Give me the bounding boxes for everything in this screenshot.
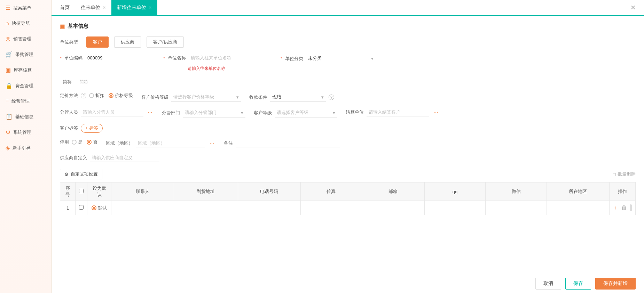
- name-input[interactable]: [189, 54, 272, 62]
- dept-select[interactable]: 请输入分管部门 ▾: [183, 108, 245, 117]
- inventory-icon: ▣: [6, 67, 11, 73]
- code-input[interactable]: [85, 54, 155, 62]
- category-select[interactable]: 未分类 ▾: [306, 54, 376, 63]
- pricing-discount-label: 折扣: [95, 92, 104, 99]
- category-label: 单位分类: [285, 56, 303, 62]
- code-label: 单位编码: [64, 55, 83, 61]
- sidebar-item-quick-nav[interactable]: ⌂ 快捷导航: [0, 16, 51, 31]
- add-tag-btn[interactable]: + 标签: [81, 124, 103, 133]
- sidebar-item-guide[interactable]: ◈ 新手引导: [0, 140, 51, 156]
- sidebar-item-finance-label: 资金管理: [15, 83, 33, 89]
- contact-input[interactable]: [115, 204, 170, 212]
- tab-new-transaction-close[interactable]: ✕: [148, 5, 152, 10]
- unit-type-supplier-btn[interactable]: 供应商: [114, 36, 141, 48]
- td-contact[interactable]: [111, 201, 174, 215]
- cancel-button[interactable]: 取消: [535, 278, 561, 290]
- region-more-btn[interactable]: ···: [208, 140, 215, 146]
- row-checkbox[interactable]: [79, 205, 84, 210]
- tab-home-label: 首页: [60, 5, 70, 11]
- sidebar-item-purchase[interactable]: 🛒 采购管理: [0, 47, 51, 62]
- td-wechat[interactable]: [486, 201, 547, 215]
- td-checkbox[interactable]: [76, 201, 87, 215]
- td-email[interactable]: [362, 201, 424, 215]
- save-button[interactable]: 保存: [565, 278, 591, 290]
- manager-field: 分管人员 ···: [60, 108, 154, 116]
- finance-icon: 🔒: [6, 82, 13, 89]
- scrollbar[interactable]: [630, 204, 632, 211]
- customer-level-arrow-icon: ▾: [333, 110, 335, 115]
- wechat-input[interactable]: [489, 204, 543, 212]
- dept-arrow-icon: ▾: [241, 110, 243, 115]
- pricing-price-level-option[interactable]: 价格等级: [109, 92, 133, 99]
- sidebar-item-sales[interactable]: ◎ 销售管理: [0, 31, 51, 47]
- td-fax[interactable]: [300, 201, 362, 215]
- window-close-button[interactable]: ✕: [625, 4, 641, 11]
- unit-type-customer-btn[interactable]: 客户: [86, 36, 109, 48]
- pricing-help-icon[interactable]: ?: [81, 93, 86, 98]
- remark-input[interactable]: [236, 139, 340, 147]
- save-and-new-button[interactable]: 保存并新增: [595, 278, 636, 290]
- sidebar-item-inventory[interactable]: ▣ 库存核算: [0, 62, 51, 78]
- sidebar-item-basic-info[interactable]: 📋 基础信息: [0, 109, 51, 124]
- select-all-checkbox[interactable]: [79, 189, 84, 193]
- default-radio-item[interactable]: 默认: [91, 205, 108, 211]
- th-qq: qq: [424, 182, 486, 201]
- sidebar-item-operations[interactable]: ≡ 经营管理: [0, 93, 51, 109]
- batch-delete-btn[interactable]: ◻ 批量删除: [612, 171, 636, 177]
- pricing-price-level-radio[interactable]: [109, 93, 113, 98]
- tab-transactions[interactable]: 往来单位 ✕: [75, 0, 111, 16]
- settlement-input[interactable]: [367, 108, 429, 116]
- custom-settings-btn[interactable]: ⚙ 自定义项设置: [60, 169, 102, 179]
- tab-new-transaction-label: 新增往来单位: [117, 5, 146, 11]
- customer-price-select[interactable]: 请选择客户价格等级 ▾: [171, 92, 241, 102]
- disabled-no-label: 否: [93, 139, 97, 145]
- disabled-yes-radio[interactable]: [72, 140, 77, 145]
- sidebar-item-system[interactable]: ⚙ 系统管理: [0, 124, 51, 140]
- tag-field: 客户标签 + 标签: [60, 124, 103, 133]
- th-seq: 序号: [60, 182, 76, 201]
- pricing-discount-radio[interactable]: [89, 93, 94, 98]
- tab-home[interactable]: 首页: [54, 0, 75, 16]
- category-arrow-icon: ▾: [371, 56, 374, 61]
- address-input[interactable]: [178, 204, 234, 212]
- tab-new-transaction[interactable]: 新增往来单位 ✕: [111, 0, 157, 16]
- default-radio[interactable]: [92, 205, 96, 210]
- row-region-input[interactable]: [550, 204, 606, 212]
- region-field: 区域（地区） ···: [106, 139, 215, 147]
- td-phone[interactable]: [238, 201, 300, 215]
- disabled-yes-option[interactable]: 是: [72, 139, 83, 145]
- row-add-btn[interactable]: ＋: [613, 204, 619, 212]
- qq-input[interactable]: [428, 204, 482, 212]
- manager-input[interactable]: [81, 108, 143, 116]
- unit-type-row: 单位类型 客户 供应商 客户/供应商: [60, 36, 636, 48]
- basic-info-header: ▣ 基本信息: [60, 23, 636, 30]
- email-input[interactable]: [366, 204, 421, 212]
- short-name-input[interactable]: [77, 78, 147, 86]
- code-required-star: *: [60, 56, 62, 61]
- region-input[interactable]: [136, 139, 205, 147]
- row-delete-btn[interactable]: 🗑: [621, 205, 627, 211]
- td-region[interactable]: [547, 201, 610, 215]
- supplier-custom-row: 供应商自定义: [60, 154, 636, 162]
- tab-transactions-close[interactable]: ✕: [102, 5, 106, 10]
- supplier-custom-input[interactable]: [90, 154, 159, 162]
- payment-help-icon[interactable]: ?: [329, 95, 334, 100]
- category-field: * 单位分类 未分类 ▾: [281, 54, 376, 63]
- fax-input[interactable]: [304, 204, 358, 212]
- disabled-label: 停用: [60, 139, 69, 145]
- disabled-no-radio[interactable]: [87, 140, 92, 145]
- batch-delete-label: 批量删除: [618, 171, 636, 177]
- settlement-more-btn[interactable]: ···: [432, 109, 439, 115]
- disabled-no-option[interactable]: 否: [87, 139, 97, 145]
- manager-more-btn[interactable]: ···: [146, 109, 154, 115]
- th-wechat: 微信: [486, 182, 547, 201]
- pricing-discount-option[interactable]: 折扣: [89, 92, 104, 99]
- phone-input[interactable]: [242, 204, 297, 212]
- unit-type-both-btn[interactable]: 客户/供应商: [147, 36, 184, 48]
- payment-select[interactable]: 现结 ▾: [270, 92, 326, 102]
- sidebar-item-finance[interactable]: 🔒 资金管理: [0, 78, 51, 93]
- td-address[interactable]: [174, 201, 238, 215]
- td-qq[interactable]: [424, 201, 486, 215]
- customer-level-select[interactable]: 请选择客户等级 ▾: [275, 108, 337, 117]
- search-menu[interactable]: ☰ 搜索菜单: [0, 0, 51, 16]
